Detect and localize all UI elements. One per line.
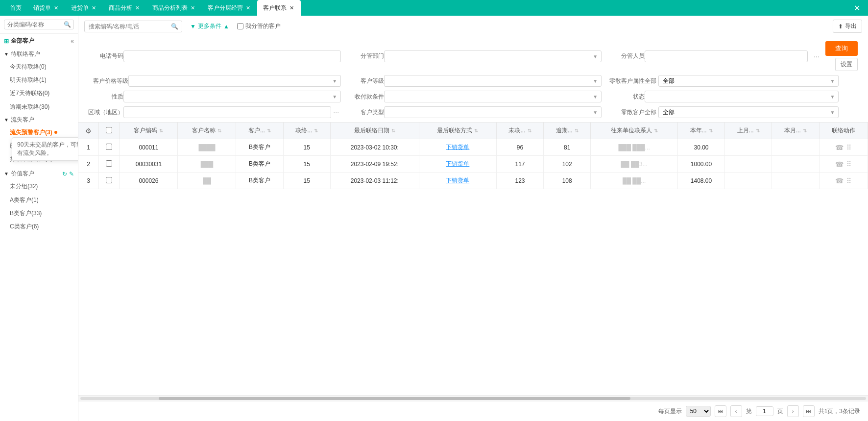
tab-sales-close[interactable]: ✕ bbox=[53, 5, 59, 11]
sidebar-item-class-a[interactable]: A类客户(1) bbox=[0, 194, 78, 207]
tab-home[interactable]: 首页 bbox=[4, 0, 27, 16]
phone-input[interactable] bbox=[123, 50, 341, 62]
last-method-sort-icon[interactable]: ⇅ bbox=[474, 128, 478, 133]
sidebar-item-tomorrow[interactable]: 明天待联络(1) bbox=[0, 74, 78, 87]
tab-purchase-close[interactable]: ✕ bbox=[91, 5, 97, 11]
tab-customer-layer[interactable]: 客户分层经营 ✕ bbox=[202, 0, 257, 16]
th-name[interactable]: 客户名称 ⇅ bbox=[178, 123, 236, 139]
cell-check-2[interactable] bbox=[99, 173, 120, 189]
cust-grade-select[interactable] bbox=[384, 75, 602, 87]
sidebar-pending-group[interactable]: ▼ 待联络客户 bbox=[0, 48, 78, 60]
search-input[interactable] bbox=[84, 21, 182, 32]
tab-product-list-close[interactable]: ✕ bbox=[190, 5, 196, 11]
tab-product-analysis[interactable]: 商品分析 ✕ bbox=[103, 0, 146, 16]
cell-last-method-2[interactable]: 下销货单 bbox=[419, 173, 496, 189]
sidebar-collapse-icon[interactable]: « bbox=[71, 38, 74, 45]
last-month-sort-icon[interactable]: ⇅ bbox=[756, 128, 760, 133]
this-month-sort-icon[interactable]: ⇅ bbox=[803, 128, 807, 133]
action-contact-icon-0[interactable]: ☎ bbox=[835, 144, 844, 151]
tab-product-analysis-close[interactable]: ✕ bbox=[134, 5, 141, 11]
contact-person-sort-icon[interactable]: ⇅ bbox=[654, 128, 658, 133]
my-customers-check-input[interactable] bbox=[237, 23, 243, 29]
sidebar-lost-group[interactable]: ▼ 流失客户 bbox=[0, 114, 78, 126]
settings-button[interactable]: 设置 bbox=[835, 58, 858, 71]
sidebar-item-overdue[interactable]: 逾期未联络(30) bbox=[0, 100, 78, 114]
th-contact-person[interactable]: 往来单位联系人 ⇅ bbox=[591, 123, 678, 139]
th-this-month[interactable]: 本月... ⇅ bbox=[772, 123, 819, 139]
select-all-checkbox[interactable] bbox=[106, 127, 112, 133]
sidebar-all-customers[interactable]: ⊞ 全部客户 « bbox=[0, 34, 78, 48]
dept-select[interactable] bbox=[384, 50, 602, 62]
last-method-link-2[interactable]: 下销货单 bbox=[446, 177, 469, 184]
type-sort-icon[interactable]: ⇅ bbox=[267, 128, 271, 133]
row-checkbox-2[interactable] bbox=[106, 177, 112, 183]
th-last-month[interactable]: 上月... ⇅ bbox=[725, 123, 772, 139]
th-overdue[interactable]: 逾期... ⇅ bbox=[544, 123, 591, 139]
last-page-button[interactable]: ⏭ bbox=[803, 405, 815, 417]
th-settings[interactable]: ⚙ bbox=[78, 123, 99, 139]
last-date-sort-icon[interactable]: ⇅ bbox=[391, 128, 395, 133]
cell-check-1[interactable] bbox=[99, 156, 120, 173]
sidebar-item-class-b[interactable]: B类客户(33) bbox=[0, 207, 78, 220]
action-more-icon-2[interactable]: ⠿ bbox=[846, 177, 851, 185]
th-type[interactable]: 客户... ⇅ bbox=[236, 123, 283, 139]
next-page-button[interactable]: › bbox=[787, 405, 799, 417]
action-more-icon-1[interactable]: ⠿ bbox=[846, 160, 851, 168]
scrollbar-thumb[interactable] bbox=[159, 397, 630, 400]
per-page-select[interactable]: 50 100 bbox=[686, 406, 711, 417]
window-close-button[interactable]: ✕ bbox=[850, 3, 864, 13]
cell-last-method-0[interactable]: 下销货单 bbox=[419, 139, 496, 156]
th-last-contact-method[interactable]: 最后联络方式 ⇅ bbox=[419, 123, 496, 139]
cell-check-0[interactable] bbox=[99, 139, 120, 156]
tab-sales[interactable]: 销货单 ✕ bbox=[27, 0, 65, 16]
tab-customer-layer-close[interactable]: ✕ bbox=[245, 5, 251, 11]
nature-select[interactable] bbox=[123, 91, 341, 102]
page-input[interactable] bbox=[756, 406, 773, 416]
tab-product-list[interactable]: 商品分析列表 ✕ bbox=[146, 0, 202, 16]
export-button[interactable]: ⬆ 导出 bbox=[833, 20, 862, 33]
more-conditions-button[interactable]: ▼ 更多条件 ▲ bbox=[186, 20, 233, 32]
th-last-contact-date[interactable]: 最后联络日期 ⇅ bbox=[330, 123, 419, 139]
th-not-contacted[interactable]: 未联... ⇅ bbox=[496, 123, 543, 139]
my-customers-checkbox[interactable]: 我分管的客户 bbox=[237, 22, 281, 30]
name-sort-icon[interactable]: ⇅ bbox=[217, 128, 221, 133]
tab-customer-contact-close[interactable]: ✕ bbox=[289, 5, 295, 11]
payment-select[interactable] bbox=[384, 91, 602, 102]
cust-type-select[interactable] bbox=[384, 106, 602, 118]
not-contacted-sort-icon[interactable]: ⇅ bbox=[528, 128, 531, 133]
sidebar-value-group[interactable]: ▼ 价值客户 ↻ ✎ bbox=[0, 168, 78, 180]
th-code[interactable]: 客户编码 ⇅ bbox=[120, 123, 178, 139]
last-method-link-1[interactable]: 下销货单 bbox=[446, 160, 469, 167]
this-year-sort-icon[interactable]: ⇅ bbox=[709, 128, 713, 133]
th-contact-count[interactable]: 联络... ⇅ bbox=[283, 123, 330, 139]
col-settings-button[interactable]: ⚙ bbox=[85, 127, 92, 135]
zero-attr-select[interactable]: 全部 bbox=[658, 75, 839, 87]
sidebar-item-week[interactable]: 近7天待联络(0) bbox=[0, 87, 78, 100]
region-input[interactable] bbox=[123, 106, 331, 118]
row-checkbox-1[interactable] bbox=[106, 160, 112, 167]
row1-ellipsis-button[interactable]: ··· bbox=[812, 52, 821, 60]
action-contact-icon-2[interactable]: ☎ bbox=[835, 177, 844, 185]
cell-last-method-1[interactable]: 下销货单 bbox=[419, 156, 496, 173]
manager-input[interactable] bbox=[645, 50, 808, 62]
zero-cust-select[interactable]: 全部 bbox=[658, 106, 839, 118]
region-ellipsis-button[interactable]: ··· bbox=[331, 108, 341, 116]
price-grade-select[interactable] bbox=[128, 75, 341, 87]
th-this-year[interactable]: 本年... ⇅ bbox=[677, 123, 724, 139]
status-select[interactable] bbox=[645, 91, 839, 102]
sidebar-item-today[interactable]: 今天待联络(0) bbox=[0, 60, 78, 74]
query-button[interactable]: 查询 bbox=[825, 41, 858, 56]
row-checkbox-0[interactable] bbox=[106, 144, 112, 150]
contact-count-sort-icon[interactable]: ⇅ bbox=[314, 128, 318, 133]
tab-customer-contact[interactable]: 客户联系 ✕ bbox=[257, 0, 301, 16]
overdue-sort-icon[interactable]: ⇅ bbox=[575, 128, 579, 133]
last-method-link-0[interactable]: 下销货单 bbox=[446, 144, 469, 150]
sidebar-item-ungroup[interactable]: 未分组(32) bbox=[0, 180, 78, 193]
tab-purchase[interactable]: 进货单 ✕ bbox=[65, 0, 103, 16]
action-more-icon-0[interactable]: ⠿ bbox=[846, 144, 851, 151]
action-contact-icon-1[interactable]: ☎ bbox=[835, 160, 844, 168]
prev-page-button[interactable]: ‹ bbox=[730, 405, 742, 417]
sidebar-item-class-c[interactable]: C类客户(6) bbox=[0, 220, 78, 233]
scrollbar-track[interactable] bbox=[80, 397, 866, 400]
th-checkbox[interactable] bbox=[99, 123, 120, 139]
